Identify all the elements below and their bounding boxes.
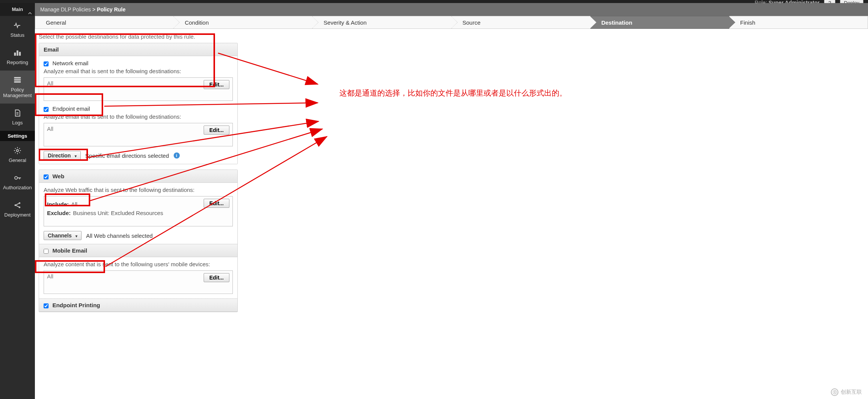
sidebar-item-reporting[interactable]: Reporting — [0, 43, 35, 71]
gear-icon — [2, 146, 33, 156]
step-label: Severity & Action — [323, 19, 366, 26]
listbox-network-email: All Edit... — [44, 77, 233, 101]
value-mobile: All — [47, 273, 53, 280]
step-label: Finish — [740, 19, 755, 26]
sidebar-settings-header[interactable]: Settings — [0, 131, 35, 141]
bar-chart-icon — [2, 49, 33, 58]
step-finish[interactable]: Finish — [729, 16, 868, 29]
svg-rect-4 — [14, 79, 21, 80]
breadcrumb-parent[interactable]: Manage DLP Policies — [40, 6, 91, 13]
share-icon — [2, 201, 33, 210]
edit-button-network-email[interactable]: Edit... — [204, 80, 229, 89]
sidebar-item-logs[interactable]: Logs — [0, 104, 35, 131]
chevron-down-icon: ▾ — [75, 154, 77, 158]
svg-point-6 — [16, 149, 19, 152]
channels-status: All Web channels selected — [86, 232, 153, 239]
step-source[interactable]: Source — [452, 16, 590, 29]
key-icon — [2, 174, 33, 183]
watermark-text: 创新互联 — [841, 389, 862, 396]
panel-endpoint-printing-title: Endpoint Printing — [52, 302, 100, 308]
chevron-down-icon: ▾ — [75, 234, 77, 238]
sidebar-settings-label: Settings — [8, 133, 27, 139]
checkbox-web[interactable] — [44, 174, 49, 179]
sidebar-item-general[interactable]: General — [0, 141, 35, 168]
step-label: Source — [463, 19, 481, 26]
listbox-web: Include:All Exclude:Business Unit: Exclu… — [44, 196, 233, 226]
breadcrumb-current: Policy Rule — [97, 6, 126, 13]
desc-web: Analyze Web traffic that is sent to the … — [44, 187, 233, 193]
sidebar-item-label: General — [2, 157, 33, 163]
desc-network-email: Analyze email that is sent to the follow… — [44, 68, 233, 74]
desc-endpoint-email: Analyze email that is sent to the follow… — [44, 113, 233, 120]
svg-rect-1 — [17, 51, 18, 56]
panel-web-header: Web — [39, 170, 237, 183]
checkbox-mobile-email[interactable] — [44, 249, 49, 254]
checkbox-network-email[interactable] — [44, 61, 49, 66]
panel-email-header: Email — [39, 43, 237, 56]
sidebar-item-deployment[interactable]: Deployment — [0, 196, 35, 223]
svg-point-10 — [19, 207, 20, 208]
step-general[interactable]: General — [35, 16, 174, 29]
edit-button-endpoint-email[interactable]: Edit... — [204, 126, 229, 135]
dropdown-channels-label: Channels — [48, 232, 72, 239]
checkbox-endpoint-email[interactable] — [44, 107, 49, 112]
sidebar-item-label: Reporting — [2, 60, 33, 65]
sidebar-item-policy-management[interactable]: Policy Management — [0, 71, 35, 104]
watermark: Ⓧ 创新互联 — [831, 388, 862, 396]
value-endpoint-email: All — [47, 126, 53, 132]
step-severity-action[interactable]: Severity & Action — [312, 16, 451, 29]
svg-point-9 — [19, 203, 20, 204]
step-label: General — [46, 19, 66, 26]
svg-rect-0 — [14, 53, 16, 55]
listbox-endpoint-email: All Edit... — [44, 123, 233, 146]
checkbox-endpoint-printing[interactable] — [44, 303, 49, 308]
panel-web: Web Analyze Web traffic that is sent to … — [39, 170, 238, 312]
panel-email: Email Network email Analyze email that i… — [39, 43, 238, 164]
wizard-steps: General Condition Severity & Action Sour… — [35, 16, 868, 29]
direction-status: Specific email directions selected — [85, 152, 169, 159]
panel-email-title: Email — [44, 46, 59, 53]
value-network-email: All — [47, 80, 53, 86]
sidebar-item-label: Authorization — [2, 185, 33, 190]
intro-text: Select the possible destinations for dat… — [39, 33, 864, 40]
sidebar-item-label: Policy Management — [2, 87, 33, 98]
panel-web-title: Web — [52, 173, 64, 179]
step-destination[interactable]: Destination — [590, 16, 729, 29]
info-icon[interactable]: i — [174, 152, 180, 159]
step-label: Condition — [185, 19, 209, 26]
sidebar-main-header[interactable]: Main — [0, 3, 35, 16]
dropdown-direction[interactable]: Direction ▾ — [44, 151, 81, 160]
panel-endpoint-printing-header: Endpoint Printing — [39, 298, 237, 312]
edit-button-web[interactable]: Edit... — [204, 199, 229, 208]
main-content: Select the possible destinations for dat… — [35, 29, 868, 399]
svg-point-8 — [15, 204, 16, 206]
listbox-mobile: All Edit... — [44, 270, 233, 294]
sidebar-item-authorization[interactable]: Authorization — [0, 168, 35, 196]
svg-point-7 — [15, 176, 17, 179]
list-icon — [2, 76, 33, 85]
sidebar-item-label: Deployment — [2, 212, 33, 218]
watermark-icon: Ⓧ — [831, 388, 838, 396]
dropdown-channels[interactable]: Channels ▾ — [44, 231, 82, 240]
sidebar: Main Status Reporting Policy Management … — [0, 3, 35, 399]
web-exclude-val: Business Unit: Excluded Resources — [73, 210, 163, 216]
sidebar-item-label: Status — [2, 32, 33, 38]
breadcrumb: Manage DLP Policies > Policy Rule — [35, 3, 868, 16]
dropdown-direction-label: Direction — [48, 152, 71, 159]
web-include-key: Include: — [47, 201, 69, 207]
panel-mobile-email-header: Mobile Email — [39, 244, 237, 257]
desc-mobile: Analyze content that is sent to the foll… — [44, 261, 233, 267]
log-icon — [2, 109, 33, 118]
web-exclude-key: Exclude: — [47, 210, 71, 216]
breadcrumb-sep: > — [93, 6, 96, 13]
topbar: Role: Super Administrator ? Deploy — [0, 0, 868, 3]
pulse-icon — [2, 21, 33, 31]
annotation-text: 这都是通道的选择，比如你的文件是从哪里或者是以什么形式出的。 — [339, 88, 567, 98]
label-endpoint-email: Endpoint email — [52, 105, 90, 112]
sidebar-item-label: Logs — [2, 120, 33, 126]
step-condition[interactable]: Condition — [174, 16, 312, 29]
label-network-email: Network email — [52, 60, 88, 66]
web-include-val: All — [71, 201, 78, 207]
svg-rect-2 — [19, 52, 21, 55]
edit-button-mobile[interactable]: Edit... — [204, 273, 229, 282]
